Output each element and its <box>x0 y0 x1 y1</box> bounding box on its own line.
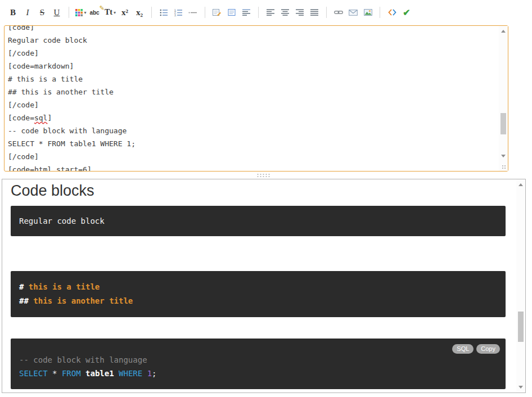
pane-splitter[interactable] <box>2 172 526 179</box>
color-grid-icon <box>75 9 83 16</box>
scroll-up-icon[interactable] <box>501 30 506 33</box>
preview-pane: Code blocks Regular code block # this is… <box>2 179 526 393</box>
toolbar-separator <box>326 7 327 18</box>
toolbar: B I S U ▾ abc✎ Tt ▾ x² x₂ 1.2.3. <box>0 0 532 25</box>
align-justify-icon <box>310 9 318 16</box>
sql-token: WHERE <box>119 369 142 378</box>
preview-content: Code blocks Regular code block # this is… <box>2 179 516 393</box>
accept-button[interactable]: ✔ <box>400 4 413 20</box>
preview-scrollbar[interactable] <box>516 179 525 393</box>
paragraph-button[interactable] <box>240 4 253 20</box>
sql-token: FROM <box>62 369 81 378</box>
quote-button[interactable] <box>211 4 223 20</box>
toolbar-separator <box>69 7 69 18</box>
editor-line: [code=html start=6] <box>8 163 498 171</box>
misspelled-word: sql <box>34 114 47 122</box>
editor-line: [code=markdown] <box>8 60 498 73</box>
editor-text-area[interactable]: [code] Regular code block [/code] [code=… <box>4 26 498 171</box>
copy-button[interactable]: Copy <box>476 344 500 354</box>
md-hash: ## <box>19 296 33 305</box>
align-right-button[interactable] <box>294 4 306 20</box>
image-button[interactable] <box>362 4 374 20</box>
editor-text: ] <box>87 165 92 171</box>
misspelled-word: start=6 <box>56 165 87 171</box>
md-hash: # <box>19 282 29 291</box>
toolbar-separator <box>380 7 380 18</box>
align-center-button[interactable] <box>279 4 291 20</box>
editor-line: [code] <box>8 26 498 34</box>
sql-token <box>81 369 85 378</box>
underline-button[interactable]: U <box>51 4 63 20</box>
editor-scrollbar[interactable] <box>499 26 508 171</box>
preview-title: Code blocks <box>11 183 516 200</box>
font-size-button[interactable]: Tt ▾ <box>104 4 116 20</box>
code-text: Regular code block <box>19 216 105 225</box>
editor-line: [/code] <box>8 150 498 163</box>
horizontal-rule-icon <box>188 9 197 16</box>
sql-token: SELECT <box>19 369 48 378</box>
italic-icon: I <box>26 8 29 17</box>
link-button[interactable] <box>332 4 345 20</box>
sql-comment: -- code block with language <box>19 355 147 364</box>
pencil-icon: ✎ <box>99 4 104 12</box>
scrollbar-thumb[interactable] <box>501 113 506 134</box>
editor-resize-grip[interactable] <box>502 165 507 170</box>
scroll-up-icon[interactable] <box>519 183 523 186</box>
language-badge: SQL <box>452 344 474 354</box>
subscript-icon: x₂ <box>136 8 143 17</box>
bold-button[interactable]: B <box>7 4 19 20</box>
editor-content: [code] Regular code block [/code] [code=… <box>8 26 498 171</box>
strikethrough-button[interactable]: S <box>36 4 48 20</box>
editor-line: Regular code block <box>8 34 498 47</box>
editor-text: [code= <box>8 165 34 171</box>
scrollbar-thumb[interactable] <box>518 312 524 342</box>
spellcheck-button[interactable]: abc✎ <box>89 4 102 20</box>
chevron-down-icon: ▾ <box>114 10 116 15</box>
ordered-list-button[interactable]: 1.2.3. <box>172 4 184 20</box>
svg-text:3.: 3. <box>174 13 177 16</box>
bbcode-source-editor[interactable]: [code] Regular code block [/code] [code=… <box>4 25 508 172</box>
code-line: -- code block with language <box>19 353 497 367</box>
toolbar-separator <box>258 7 259 18</box>
sql-token: table1 <box>85 369 114 378</box>
superscript-button[interactable]: x² <box>119 4 131 20</box>
superscript-icon: x² <box>121 8 128 17</box>
italic-button[interactable]: I <box>21 4 34 20</box>
paragraph-lines-icon <box>242 9 251 16</box>
md-title: this is another title <box>33 296 133 305</box>
editor-text: ] <box>47 114 52 122</box>
code-line: ## this is another title <box>19 294 497 308</box>
editor-line: [code=sql] <box>8 111 498 124</box>
splitter-grip-icon[interactable] <box>256 173 271 177</box>
sql-token: * <box>48 369 62 378</box>
align-justify-button[interactable] <box>308 4 321 20</box>
bullet-list-icon <box>160 9 168 16</box>
chevron-down-icon: ▾ <box>84 10 86 15</box>
sql-token: ; <box>152 369 156 378</box>
font-color-button[interactable]: ▾ <box>75 4 87 20</box>
editor-line: ## this is another title <box>8 85 498 98</box>
scroll-down-icon[interactable] <box>519 386 523 389</box>
align-right-icon <box>296 9 304 16</box>
code-line: # this is a title <box>19 280 497 294</box>
misspelled-word: html <box>34 165 52 171</box>
spellcheck-icon: abc✎ <box>89 10 101 16</box>
subscript-button[interactable]: x₂ <box>133 4 146 20</box>
sql-token: 1 <box>147 369 152 378</box>
md-title: this is a title <box>29 282 100 291</box>
link-icon <box>334 10 343 15</box>
horizontal-rule-button[interactable] <box>187 4 199 20</box>
bold-icon: B <box>10 8 16 17</box>
email-button[interactable] <box>347 4 359 20</box>
bullet-list-button[interactable] <box>157 4 170 20</box>
editor-text: [code= <box>8 114 34 122</box>
align-left-button[interactable] <box>264 4 277 20</box>
scroll-down-icon[interactable] <box>501 155 506 157</box>
email-icon <box>349 10 358 16</box>
code-button[interactable] <box>226 4 238 20</box>
align-left-icon <box>267 9 274 16</box>
ordered-list-icon: 1.2.3. <box>174 9 183 16</box>
editor-line: [/code] <box>8 98 498 111</box>
source-toggle-button[interactable] <box>386 4 398 20</box>
quote-page-icon <box>213 8 222 16</box>
